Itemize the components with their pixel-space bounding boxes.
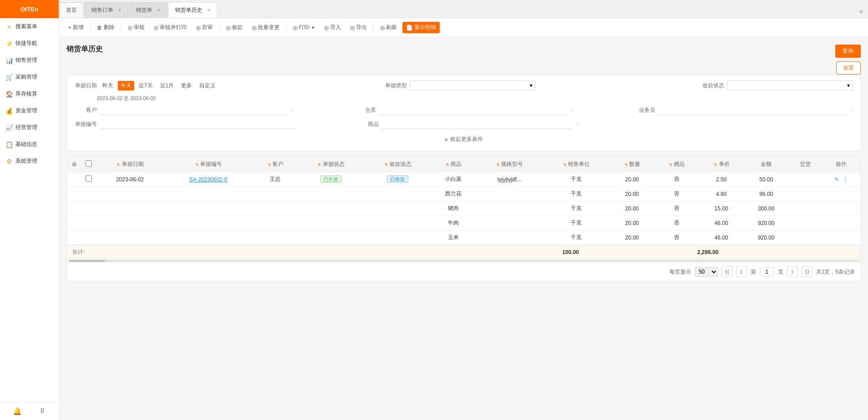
row-customer-2 — [253, 201, 297, 216]
horizontal-scrollbar[interactable] — [67, 259, 860, 262]
btn-refresh[interactable]: ◎ 刷新 — [376, 22, 401, 33]
col-unit[interactable]: ⇅ 销售单位 — [543, 157, 610, 172]
page-prev-btn[interactable]: ⟨ — [736, 266, 747, 277]
btn-abandon[interactable]: ◎ 弃审 — [192, 22, 216, 33]
date-7days[interactable]: 近7天 — [136, 81, 156, 90]
sort-icon10: ⇅ — [669, 163, 672, 167]
tab-close-sales-order[interactable]: ✕ — [118, 8, 121, 13]
sidebar-bottom-icon2[interactable]: ⏸ — [39, 407, 46, 415]
pay-status-select[interactable]: ▾ — [727, 80, 853, 90]
filter-customer: 客户 ··· — [74, 105, 295, 115]
tab-sales-goods[interactable]: 销货单✕ — [129, 2, 167, 18]
more-icon-0[interactable]: ⋮ — [843, 176, 848, 183]
row-trade-2 — [789, 201, 822, 216]
sidebar-item-ops-mgmt[interactable]: 📈 经营管理 — [0, 119, 59, 136]
divider5 — [373, 23, 374, 32]
sidebar-item-basic-info[interactable]: 📋 基础信息 — [0, 136, 59, 153]
row-checkbox-0[interactable] — [85, 175, 92, 182]
tab-close-sales-history[interactable]: ✕ — [207, 8, 211, 13]
col-pay-status[interactable]: ⇅ 收款状态 — [364, 157, 431, 172]
doc-type-select[interactable]: ▾ — [410, 80, 536, 90]
row-price-1: 4.80 — [699, 187, 743, 201]
col-settings[interactable]: ⚙ — [67, 157, 81, 172]
edit-icon-0[interactable]: ✎ — [834, 176, 839, 183]
customer-dots[interactable]: ··· — [291, 108, 295, 113]
row-doc-number-4 — [164, 230, 252, 245]
doc-number-input[interactable] — [100, 120, 297, 129]
row-trade-0 — [789, 172, 822, 187]
row-doc-date-3 — [96, 216, 164, 230]
col-doc-status[interactable]: ⇅ 单据状态 — [297, 157, 364, 172]
col-doc-date[interactable]: ⇅ 单据日期 — [96, 157, 164, 172]
collapse-button[interactable]: ∧ 收起更多条件 — [74, 134, 853, 145]
tab-close-sales-goods[interactable]: ✕ — [157, 8, 161, 13]
page-last-btn[interactable]: ⟩⟩ — [802, 266, 813, 277]
audit-print-icon: ◎ — [154, 25, 158, 31]
sidebar-label-quick-nav: 快捷导航 — [15, 40, 37, 47]
btn-audit-print[interactable]: ◎ 审核并打印 — [150, 22, 191, 33]
select-all-checkbox[interactable] — [85, 160, 92, 167]
date-1month[interactable]: 近1月 — [157, 81, 177, 90]
col-price[interactable]: ⇅ 单价 — [699, 157, 743, 172]
col-qty[interactable]: ⇅ 数量 — [610, 157, 654, 172]
sidebar-bottom-icon1[interactable]: 🔔 — [13, 407, 22, 415]
row-gift-0: 否 — [654, 172, 699, 187]
btn-collect[interactable]: ◎ 收款 — [222, 22, 246, 33]
sidebar-icon-finance-mgmt: 💰 — [5, 107, 13, 115]
page-next-btn[interactable]: ⟩ — [787, 266, 798, 277]
sidebar-item-finance-mgmt[interactable]: 💰 资金管理 — [0, 102, 59, 119]
col-customer[interactable]: ⇅ 客户 — [253, 157, 297, 172]
btn-show-detail[interactable]: 📄 显示明细 — [402, 22, 440, 33]
footer-values: 100.00 2,286.00 — [90, 249, 855, 255]
setting-button[interactable]: 设置 — [836, 61, 861, 75]
doc-number-link-0[interactable]: SA-20230602-0 — [189, 176, 227, 183]
tab-sales-order[interactable]: 销售订单✕ — [85, 2, 128, 18]
row-trade-1 — [789, 187, 822, 201]
btn-import[interactable]: ◎ 导入 — [321, 22, 345, 33]
btn-audit[interactable]: ◎ 审核 — [124, 22, 148, 33]
warehouse-input[interactable] — [379, 105, 567, 115]
tab-sales-history[interactable]: 销货单历史✕ — [168, 2, 217, 18]
btn-export[interactable]: ◎ 导出 — [346, 22, 371, 33]
date-more[interactable]: 更多 — [178, 81, 195, 90]
btn-batch-change[interactable]: ◎ 批量变更 — [248, 22, 283, 33]
tab-close-all[interactable]: ✕ — [854, 6, 868, 18]
page-first-btn[interactable]: ⟨⟨ — [722, 266, 733, 277]
tab-home[interactable]: 首页 — [59, 2, 84, 18]
btn-new[interactable]: + 新增 — [65, 22, 87, 33]
col-doc-number[interactable]: ⇅ 单据编号 — [164, 157, 252, 172]
date-yesterday[interactable]: 昨天 — [100, 81, 116, 90]
per-page-select[interactable]: 50 100 200 — [695, 267, 718, 277]
pagination-bar: 每页显示 50 100 200 ⟨⟨ ⟨ 第 页 ⟩ ⟩⟩ 共1页，5条记录 — [67, 262, 860, 281]
date-today[interactable]: 今天 — [118, 81, 134, 90]
sidebar-item-purchase-mgmt[interactable]: 🛒 采购管理 — [0, 69, 59, 85]
query-button[interactable]: 查询 — [835, 45, 861, 58]
row-unit-4: 千克 — [543, 230, 610, 245]
customer-input[interactable] — [100, 105, 288, 115]
col-goods[interactable]: ⇅ 商品 — [431, 157, 476, 172]
row-spec-0: tyjyjtyjdf... — [476, 172, 542, 187]
goods-input[interactable] — [381, 120, 572, 129]
warehouse-dots[interactable]: ··· — [570, 108, 574, 113]
btn-delete[interactable]: 🗑 删除 — [93, 22, 118, 33]
col-gift[interactable]: ⇅ 赠品 — [654, 157, 699, 172]
row-qty-4: 20.00 — [610, 230, 654, 245]
row-goods-0: 小白菜 — [431, 172, 476, 187]
salesperson-dots[interactable]: ··· — [849, 108, 853, 113]
filter-area: 单据日期 昨天 今天 近7天 近1月 更多 自定义 单据类型 ▾ — [66, 75, 861, 151]
page-number-input[interactable] — [760, 267, 774, 276]
sidebar-icon-ops-mgmt: 📈 — [5, 124, 13, 131]
salesperson-input[interactable] — [658, 105, 847, 115]
col-spec[interactable]: ⇅ 规格型号 — [476, 157, 542, 172]
date-custom[interactable]: 自定义 — [196, 81, 218, 90]
scroll-thumb[interactable] — [69, 260, 105, 262]
sidebar-item-quick-nav[interactable]: ⚡ 快捷导航 — [0, 35, 59, 52]
btn-print[interactable]: ◎ 打印 ▼ — [289, 22, 319, 33]
sidebar-item-search-menu[interactable]: ≡ 搜索菜单 — [0, 18, 59, 35]
main-content: 首页销售订单✕销货单✕销货单历史✕ ✕ + 新增 🗑 删除 ◎ 审核 ◎ 审核并… — [59, 0, 868, 420]
goods-dots[interactable]: ··· — [575, 122, 578, 127]
sidebar-item-sales-mgmt[interactable]: 📊 销售管理 — [0, 52, 59, 69]
row-check-4 — [81, 230, 96, 245]
sidebar-item-inventory[interactable]: 🏠 库存核算 — [0, 85, 59, 102]
sidebar-item-sys-mgmt[interactable]: ⚙ 系统管理 — [0, 153, 59, 170]
